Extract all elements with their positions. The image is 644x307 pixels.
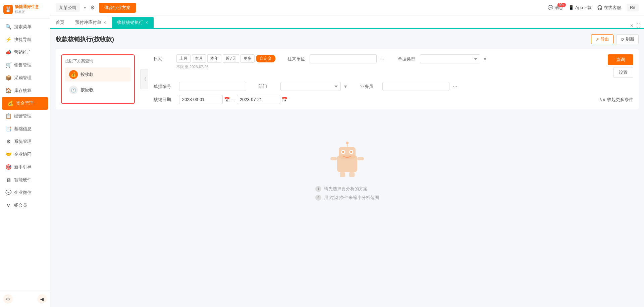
panel-collapse-button[interactable]: 《 bbox=[140, 69, 148, 89]
date-label: 日期 bbox=[154, 56, 174, 62]
doc-no-label: 单据编号 bbox=[154, 84, 174, 90]
svg-rect-9 bbox=[357, 157, 364, 160]
svg-rect-10 bbox=[340, 172, 345, 177]
query-option-receipt[interactable]: 💰 按收款 bbox=[65, 67, 131, 82]
staff-label: 业务员 bbox=[360, 84, 380, 90]
verify-date-end-cal-icon[interactable]: 📅 bbox=[282, 97, 287, 102]
doc-type-select[interactable] bbox=[420, 54, 480, 63]
finance-icon: 💰 bbox=[7, 100, 13, 106]
verify-date-start-cal-icon[interactable]: 📅 bbox=[224, 97, 230, 102]
app-logo: 🐰 畅捷通好生意 标准版 bbox=[0, 0, 50, 19]
page-content: 收款核销执行(按收款) ↗ 导出 ↺ 刷新 按以下方案查询 💰 按收款 bbox=[50, 29, 644, 307]
svg-rect-1 bbox=[339, 147, 356, 159]
sidebar-item-finance[interactable]: 💰 资金管理 bbox=[2, 97, 48, 110]
tab-home[interactable]: 首页 bbox=[50, 17, 70, 28]
query-option-receivable[interactable]: 🕐 按应收 bbox=[65, 83, 131, 97]
sidebar-item-enterprise[interactable]: 🤝 企业协同 bbox=[0, 148, 50, 161]
sidebar-item-member[interactable]: V 畅会员 bbox=[0, 199, 50, 212]
verify-date-start[interactable] bbox=[179, 95, 223, 104]
verify-date-end[interactable] bbox=[237, 95, 280, 104]
sidebar-item-quick-nav[interactable]: ⚡ 快捷导航 bbox=[0, 33, 50, 46]
sidebar-item-basic-info[interactable]: 📑 基础信息 bbox=[0, 122, 50, 135]
svg-point-7 bbox=[346, 142, 348, 144]
logo-icon: 🐰 bbox=[3, 5, 13, 14]
filter-settings-button[interactable]: 设置 bbox=[613, 67, 633, 78]
refresh-icon: ↺ bbox=[621, 37, 624, 42]
marketing-icon: 📣 bbox=[5, 49, 11, 55]
sidebar-item-purchase[interactable]: 📦 采购管理 bbox=[0, 71, 50, 84]
empty-illustration bbox=[327, 140, 367, 181]
receivable-option-icon: 🕐 bbox=[69, 86, 78, 94]
sidebar-item-search-menu[interactable]: 🔍 搜索菜单 bbox=[0, 20, 50, 33]
export-icon: ↗ bbox=[595, 37, 599, 42]
doc-type-dropdown-icon[interactable]: ▾ bbox=[482, 56, 488, 62]
user-info[interactable]: Rit bbox=[627, 4, 639, 11]
date-quick-buttons: 上月 本月 本年 近7天 更多 自定义 bbox=[176, 54, 275, 63]
page-title: 收款核销执行(按收款) bbox=[56, 35, 114, 43]
export-button[interactable]: ↗ 导出 bbox=[591, 34, 613, 44]
staff-input[interactable] bbox=[382, 82, 449, 91]
hint-num-2: 2 bbox=[315, 195, 321, 201]
date-btn-custom[interactable]: 自定义 bbox=[256, 55, 275, 62]
dept-dropdown-icon[interactable]: ▾ bbox=[343, 83, 348, 90]
message-button[interactable]: 💬 消息 99+ bbox=[548, 5, 563, 11]
date-btn-last-month[interactable]: 上月 bbox=[176, 54, 191, 63]
solution-button[interactable]: 体验行业方案 bbox=[99, 3, 136, 13]
purchase-icon: 📦 bbox=[5, 75, 11, 81]
collapse-up-icon: ∧∧ bbox=[599, 97, 606, 102]
sidebar-item-marketing[interactable]: 📣 营销推广 bbox=[0, 46, 50, 59]
date-btn-more[interactable]: 更多 bbox=[240, 54, 255, 63]
expand-icon[interactable]: ⛶ bbox=[636, 23, 641, 28]
empty-robot-svg bbox=[327, 140, 367, 181]
system-icon: ⚙ bbox=[5, 139, 11, 145]
sidebar-nav: 🔍 搜索菜单 ⚡ 快捷导航 📣 营销推广 🛒 销售管理 📦 采购管理 🏠 库存核… bbox=[0, 19, 50, 291]
sidebar-item-wechat[interactable]: 💬 企业微信 bbox=[0, 186, 50, 199]
receipt-option-icon: 💰 bbox=[69, 70, 78, 79]
message-badge: 99+ bbox=[557, 3, 566, 7]
tab-home-label: 首页 bbox=[56, 19, 64, 25]
sidebar-item-system[interactable]: ⚙ 系统管理 bbox=[0, 135, 50, 148]
verify-date-dash: — bbox=[231, 97, 235, 102]
refresh-button[interactable]: ↺ 刷新 bbox=[616, 34, 639, 44]
empty-hints: 1 请先选择要分析的方案 2 用[过滤]条件来缩小分析范围 bbox=[315, 186, 379, 201]
member-icon: V bbox=[5, 202, 11, 208]
date-btn-this-month[interactable]: 本月 bbox=[192, 54, 206, 63]
tab-prepay-close-icon[interactable]: ✕ bbox=[103, 20, 106, 25]
app-download-button[interactable]: 📱 App下载 bbox=[569, 5, 592, 11]
tabs-bar: 首页 预付冲应付单 ✕ 收款核销执行 ✕ ✕ ⛶ bbox=[50, 15, 644, 29]
sidebar-item-guide[interactable]: 🎯 新手引导 bbox=[0, 161, 50, 173]
tab-collection-close-icon[interactable]: ✕ bbox=[145, 20, 148, 25]
partner-ellipsis-icon[interactable]: ··· bbox=[379, 56, 386, 62]
sidebar-item-sales[interactable]: 🛒 销售管理 bbox=[0, 59, 50, 71]
search-area: 按以下方案查询 💰 按收款 🕐 按应收 《 日期 bbox=[56, 49, 639, 109]
empty-state: 1 请先选择要分析的方案 2 用[过滤]条件来缩小分析范围 bbox=[56, 113, 639, 227]
svg-point-5 bbox=[350, 151, 352, 153]
service-button[interactable]: 🎧 在线客服 bbox=[597, 5, 621, 11]
partner-input[interactable] bbox=[310, 54, 377, 63]
guide-icon: 🎯 bbox=[5, 164, 11, 170]
query-button[interactable]: 查询 bbox=[608, 54, 633, 65]
receipt-option-label: 按收款 bbox=[80, 71, 94, 78]
sidebar-item-operation[interactable]: 📋 经营管理 bbox=[0, 110, 50, 122]
doc-no-input[interactable] bbox=[179, 82, 246, 91]
sidebar-settings-icon[interactable]: ⚙ bbox=[3, 294, 13, 304]
query-panel-title: 按以下方案查询 bbox=[65, 58, 131, 64]
tab-collection[interactable]: 收款核销执行 ✕ bbox=[112, 17, 154, 28]
tab-prepay[interactable]: 预付冲应付单 ✕ bbox=[70, 17, 112, 28]
sidebar-item-inventory[interactable]: 🏠 库存核算 bbox=[0, 84, 50, 97]
company-selector[interactable]: 某某公司 bbox=[56, 3, 80, 12]
settings-icon[interactable]: ⚙ bbox=[90, 4, 95, 11]
sidebar-item-hardware[interactable]: 🖥 智能硬件 bbox=[0, 173, 50, 186]
date-btn-this-year[interactable]: 本年 bbox=[207, 54, 221, 63]
staff-ellipsis-icon[interactable]: ··· bbox=[451, 84, 459, 90]
close-all-icon[interactable]: ✕ bbox=[630, 23, 634, 28]
sales-icon: 🛒 bbox=[5, 62, 11, 68]
dept-select[interactable] bbox=[280, 82, 341, 91]
tab-collection-label: 收款核销执行 bbox=[117, 19, 143, 25]
date-btn-7days[interactable]: 近7天 bbox=[223, 54, 239, 63]
company-dropdown-icon[interactable]: ▾ bbox=[84, 5, 86, 10]
collapse-more-button[interactable]: ∧∧ 收起更多条件 bbox=[599, 97, 633, 103]
sidebar-collapse-icon[interactable]: ◀ bbox=[37, 294, 47, 304]
svg-rect-8 bbox=[330, 157, 337, 160]
page-actions: ↗ 导出 ↺ 刷新 bbox=[591, 34, 639, 44]
